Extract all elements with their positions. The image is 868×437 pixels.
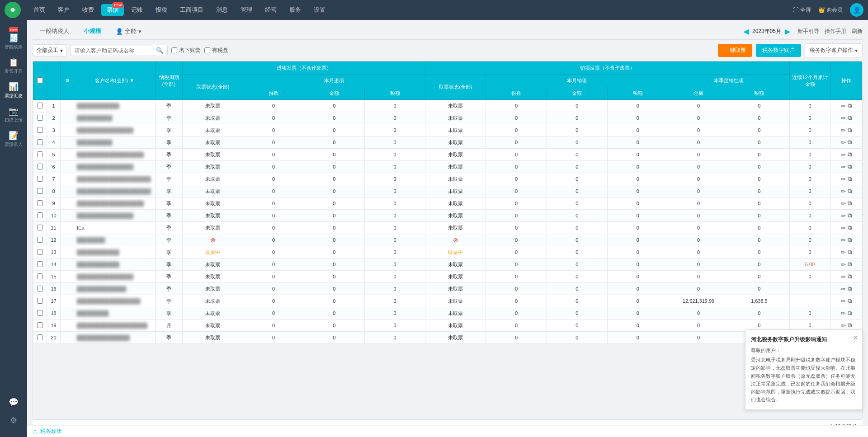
nav-settings[interactable]: 设置 xyxy=(308,4,331,16)
edit-icon[interactable]: ✏ xyxy=(841,298,846,305)
nav-billing[interactable]: 收费 xyxy=(77,4,99,16)
edit-icon[interactable]: ✏ xyxy=(841,249,846,256)
tab-all[interactable]: 👤 全能 ▾ xyxy=(108,23,149,39)
prev-period-btn[interactable]: ◀ xyxy=(743,27,749,36)
sidebar-item-issue[interactable]: 📋 发票开具 xyxy=(0,54,27,78)
edit-icon[interactable]: ✏ xyxy=(841,237,846,244)
row-select[interactable] xyxy=(37,164,43,169)
copy-icon[interactable]: ⧉ xyxy=(848,200,852,207)
checkbox-has-taxdisk[interactable]: 有税盘 xyxy=(204,47,228,54)
row-select[interactable] xyxy=(37,103,43,108)
copy-icon[interactable]: ⧉ xyxy=(848,322,852,329)
nav-accounting[interactable]: 记账 xyxy=(126,4,148,16)
sidebar-item-entry[interactable]: 📝 票据录入 xyxy=(0,127,27,151)
copy-icon[interactable]: ⧉ xyxy=(848,273,852,280)
row-select[interactable] xyxy=(37,334,43,340)
edit-icon[interactable]: ✏ xyxy=(841,151,846,158)
edit-icon[interactable]: ✏ xyxy=(841,200,846,207)
row-select[interactable] xyxy=(37,273,43,279)
select-all-checkbox[interactable] xyxy=(37,77,43,83)
row-select[interactable] xyxy=(37,176,43,182)
nav-client[interactable]: 客户 xyxy=(52,4,75,16)
row-select[interactable] xyxy=(37,261,43,267)
fullscreen-btn[interactable]: ⛶ 全屏 xyxy=(793,6,811,14)
row-select[interactable] xyxy=(37,212,43,218)
copy-icon[interactable]: ⧉ xyxy=(848,188,852,195)
edit-icon[interactable]: ✏ xyxy=(841,310,846,317)
row-select[interactable] xyxy=(37,286,43,291)
search-button[interactable]: 🔍 xyxy=(152,45,167,56)
tax-policy-link[interactable]: 税务政策 xyxy=(40,428,62,435)
row-select[interactable] xyxy=(37,249,43,255)
edit-icon[interactable]: ✏ xyxy=(841,261,846,268)
digital-account-btn[interactable]: 税务数字账户 xyxy=(756,44,801,57)
copy-icon[interactable]: ⧉ xyxy=(848,114,852,122)
edit-icon[interactable]: ✏ xyxy=(841,139,846,146)
new-guide-link[interactable]: 新手引导 xyxy=(797,28,819,35)
copy-icon[interactable]: ⧉ xyxy=(848,127,852,134)
sidebar-item-message[interactable]: 💬 xyxy=(7,394,20,412)
sidebar-item-summary[interactable]: 📊 票据汇总 xyxy=(0,78,27,103)
copy-icon[interactable]: ⧉ xyxy=(848,310,852,317)
nav-tax[interactable]: 报税 xyxy=(150,4,173,16)
own-accounts-checkbox[interactable] xyxy=(171,47,177,53)
edit-icon[interactable]: ✏ xyxy=(841,212,846,219)
copy-icon[interactable]: ⧉ xyxy=(848,261,852,268)
row-select[interactable] xyxy=(37,310,43,316)
copy-icon[interactable]: ⧉ xyxy=(848,249,852,256)
edit-icon[interactable]: ✏ xyxy=(841,164,846,170)
row-select[interactable] xyxy=(37,188,43,194)
copy-icon[interactable]: ⧉ xyxy=(848,212,852,219)
edit-icon[interactable]: ✏ xyxy=(841,286,846,292)
row-select[interactable] xyxy=(37,237,43,243)
nav-business[interactable]: 工商项目 xyxy=(175,4,209,16)
sidebar-item-setting[interactable]: ⚙ xyxy=(7,412,20,430)
edit-icon[interactable]: ✏ xyxy=(841,103,846,109)
user-avatar[interactable]: 👤 xyxy=(850,3,863,17)
edit-icon[interactable]: ✏ xyxy=(841,127,846,134)
manual-link[interactable]: 操作手册 xyxy=(825,28,846,35)
tab-general-taxpayer[interactable]: 一般纳税人 xyxy=(33,23,76,40)
copy-icon[interactable]: ⧉ xyxy=(848,236,852,244)
nav-tickets[interactable]: 票据 new xyxy=(101,4,124,16)
tab-small-scale[interactable]: 小规模 xyxy=(76,23,108,40)
nav-service[interactable]: 服务 xyxy=(284,4,307,16)
notification-close-btn[interactable]: ✕ xyxy=(853,333,859,343)
nav-manage[interactable]: 管理 xyxy=(235,4,258,16)
copy-icon[interactable]: ⧉ xyxy=(848,102,852,109)
copy-icon[interactable]: ⧉ xyxy=(848,175,852,183)
copy-icon[interactable]: ⧉ xyxy=(848,297,852,305)
row-select[interactable] xyxy=(37,225,43,230)
sidebar-item-smart-ticket[interactable]: new 🧾 智能取票 xyxy=(0,23,27,54)
row-select[interactable] xyxy=(37,298,43,304)
taxdisk-checkbox[interactable] xyxy=(204,47,210,53)
nav-operation[interactable]: 经营 xyxy=(259,4,282,16)
edit-icon[interactable]: ✏ xyxy=(841,225,846,231)
copy-icon[interactable]: ⧉ xyxy=(848,224,852,231)
row-select[interactable] xyxy=(37,200,43,206)
row-select[interactable] xyxy=(37,127,43,133)
row-select[interactable] xyxy=(37,151,43,157)
copy-icon[interactable]: ⧉ xyxy=(848,139,852,146)
nav-message[interactable]: 消息 xyxy=(211,4,233,16)
digital-account-ops-btn[interactable]: 税务数字账户操作 ▾ xyxy=(805,43,863,57)
edit-icon[interactable]: ✏ xyxy=(841,176,846,183)
edit-icon[interactable]: ✏ xyxy=(841,322,846,329)
member-btn[interactable]: 👑 购会员 xyxy=(818,6,843,14)
edit-icon[interactable]: ✏ xyxy=(841,188,846,195)
sidebar-item-scan[interactable]: 📷 扫描上传 xyxy=(0,103,27,127)
employee-filter[interactable]: 全部员工 ▾ xyxy=(33,44,67,56)
copy-icon[interactable]: ⧉ xyxy=(848,163,852,170)
next-period-btn[interactable]: ▶ xyxy=(785,27,790,36)
row-select[interactable] xyxy=(37,322,43,328)
one-key-ticket-btn[interactable]: 一键取票 xyxy=(718,44,752,57)
edit-icon[interactable]: ✏ xyxy=(841,273,846,280)
checkbox-own-accounts[interactable]: 名下账套 xyxy=(171,47,201,54)
refresh-link[interactable]: 刷新 xyxy=(852,28,863,35)
row-select[interactable] xyxy=(37,115,43,121)
row-select[interactable] xyxy=(37,139,43,145)
copy-icon[interactable]: ⧉ xyxy=(848,151,852,158)
edit-icon[interactable]: ✏ xyxy=(841,115,846,122)
copy-icon[interactable]: ⧉ xyxy=(848,285,852,292)
search-input[interactable] xyxy=(71,46,152,56)
